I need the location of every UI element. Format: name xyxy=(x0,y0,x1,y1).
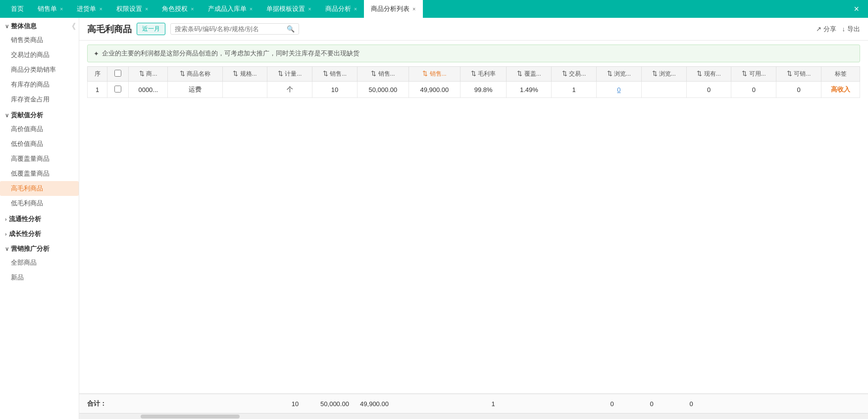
arrow-liquidity: › xyxy=(5,216,7,222)
close-template-tab[interactable]: × xyxy=(308,6,311,12)
export-button[interactable]: ↓ 导出 xyxy=(842,25,861,34)
col-header-spec[interactable]: ⇅ 规格... xyxy=(222,67,267,82)
footer-spacer3 xyxy=(196,400,236,408)
table-row: 1 0000... 运费 个 10 50,000.00 49,900.00 99… xyxy=(88,82,860,98)
bottom-scrollbar[interactable] xyxy=(79,413,868,419)
arrow-contribution: ∨ xyxy=(5,112,9,119)
col-header-stock-available[interactable]: ⇅ 可用... xyxy=(731,67,776,82)
cell-code: 0000... xyxy=(129,82,168,98)
col-sort-qty-icon: ⇅ xyxy=(323,70,328,77)
nav-template[interactable]: 单据模板设置 × xyxy=(259,0,318,18)
col-header-transaction[interactable]: ⇅ 交易... xyxy=(552,67,597,82)
search-icon[interactable]: 🔍 xyxy=(287,25,295,33)
footer-row: 合计： 10 50,000.00 49,900.00 1 0 0 0 xyxy=(79,393,868,413)
col-header-margin[interactable]: ⇅ 毛利率 xyxy=(460,67,507,82)
sidebar-item-all-goods[interactable]: 全部商品 xyxy=(0,255,79,270)
footer-cells: 10 50,000.00 49,900.00 1 0 0 0 xyxy=(117,400,860,408)
close-product-analysis-tab[interactable]: × xyxy=(354,6,357,12)
search-input[interactable] xyxy=(175,25,287,33)
sidebar-group-overall[interactable]: ∨ 整体信息 xyxy=(0,18,79,33)
sidebar-item-category-rate[interactable]: 商品分类助销率 xyxy=(0,62,79,77)
sidebar-item-high-margin[interactable]: 高毛利商品 xyxy=(0,181,79,196)
nav-home[interactable]: 首页 xyxy=(4,0,31,18)
filter-recent-month-button[interactable]: 近一月 xyxy=(137,23,165,35)
col-header-tag: 标签 xyxy=(821,67,860,82)
col-header-coverage[interactable]: ⇅ 覆盖... xyxy=(507,67,552,82)
col-header-sales-profit[interactable]: ⇅ 销售... xyxy=(408,67,460,82)
col-header-sales-amount[interactable]: ⇅ 销售... xyxy=(357,67,408,82)
sidebar-group-marketing[interactable]: ∨ 营销推广分析 xyxy=(0,240,79,255)
col-header-name[interactable]: ⇅ 商品名称 xyxy=(168,67,222,82)
sidebar-group-liquidity[interactable]: › 流通性分析 xyxy=(0,211,79,226)
sidebar-item-low-coverage[interactable]: 低覆盖量商品 xyxy=(0,166,79,181)
nav-product-analysis[interactable]: 商品分析 × xyxy=(318,0,364,18)
footer-margin xyxy=(394,400,434,408)
footer-spacer2 xyxy=(156,400,196,408)
select-all-checkbox[interactable] xyxy=(114,70,121,77)
scrollbar-thumb[interactable] xyxy=(141,415,240,419)
view1-link[interactable]: 0 xyxy=(617,86,620,93)
col-header-check xyxy=(107,67,129,82)
sidebar-group-growth[interactable]: › 成长性分析 xyxy=(0,226,79,240)
close-all-tabs-button[interactable]: × xyxy=(849,4,864,14)
sidebar-item-low-value[interactable]: 低价值商品 xyxy=(0,137,79,151)
col-sort-margin-icon: ⇅ xyxy=(471,70,476,77)
sidebar-collapse-button[interactable]: 《 xyxy=(68,22,76,32)
col-sort-sale-icon: ⇅ xyxy=(787,70,792,77)
footer-view2 xyxy=(553,400,592,408)
col-header-view1[interactable]: ⇅ 浏览... xyxy=(597,67,642,82)
col-header-view2[interactable]: ⇅ 浏览... xyxy=(641,67,686,82)
col-header-stock-current[interactable]: ⇅ 现有... xyxy=(686,67,731,82)
col-sort-stock-icon: ⇅ xyxy=(697,70,702,77)
cell-tag: 高收入 xyxy=(821,82,860,98)
sidebar-item-traded-goods[interactable]: 交易过的商品 xyxy=(0,47,79,62)
sidebar-item-new-goods[interactable]: 新品 xyxy=(0,270,79,285)
sidebar: 《 ∨ 整体信息 销售类商品 交易过的商品 商品分类助销率 有库存的商品 库存资… xyxy=(0,18,79,419)
col-sort-coverage-icon: ⇅ xyxy=(517,70,522,77)
col-header-stock-saleable[interactable]: ⇅ 可销... xyxy=(776,67,821,82)
col-header-unit[interactable]: ⇅ 计量... xyxy=(267,67,312,82)
arrow-marketing: ∨ xyxy=(5,246,9,252)
col-header-code[interactable]: ⇅ 商... xyxy=(129,67,168,82)
table-wrapper[interactable]: 序 ⇅ 商... ⇅ 商品名称 ⇅ 规格... xyxy=(79,66,868,393)
close-roles-tab[interactable]: × xyxy=(191,6,194,12)
data-table: 序 ⇅ 商... ⇅ 商品名称 ⇅ 规格... xyxy=(87,66,860,98)
col-sort-avail-icon: ⇅ xyxy=(742,70,747,77)
sidebar-item-low-margin[interactable]: 低毛利商品 xyxy=(0,196,79,211)
cell-coverage: 1.49% xyxy=(507,82,552,98)
cell-view1[interactable]: 0 xyxy=(597,82,642,98)
nav-permissions[interactable]: 权限设置 × xyxy=(109,0,155,18)
nav-product-entry[interactable]: 产成品入库单 × xyxy=(201,0,259,18)
nav-roles[interactable]: 角色授权 × xyxy=(155,0,201,18)
share-button[interactable]: ↗ 分享 xyxy=(816,25,836,34)
nav-sales[interactable]: 销售单 × xyxy=(31,0,70,18)
cell-margin-rate: 99.8% xyxy=(460,82,507,98)
col-sort-name-icon: ⇅ xyxy=(180,70,185,77)
cell-sales-qty: 10 xyxy=(312,82,357,98)
cell-view2 xyxy=(641,82,686,98)
info-icon: ✦ xyxy=(94,50,99,57)
close-sales-tab[interactable]: × xyxy=(60,6,63,12)
footer-stock-current: 0 xyxy=(592,400,632,408)
row-checkbox[interactable] xyxy=(114,86,121,93)
sidebar-item-stock-goods[interactable]: 有库存的商品 xyxy=(0,77,79,92)
col-sort-tx-icon: ⇅ xyxy=(562,70,567,77)
arrow-growth: › xyxy=(5,231,7,237)
nav-purchase[interactable]: 进货单 × xyxy=(70,0,109,18)
cell-sales-profit: 49,900.00 xyxy=(408,82,460,98)
sidebar-item-stock-capital[interactable]: 库存资金占用 xyxy=(0,92,79,107)
cell-spec xyxy=(222,82,267,98)
sidebar-item-high-coverage[interactable]: 高覆盖量商品 xyxy=(0,151,79,166)
close-product-entry-tab[interactable]: × xyxy=(250,6,253,12)
sidebar-item-high-value[interactable]: 高价值商品 xyxy=(0,122,79,137)
footer-label: 合计： xyxy=(87,399,117,408)
sidebar-group-contribution[interactable]: ∨ 贡献值分析 xyxy=(0,107,79,122)
close-permissions-tab[interactable]: × xyxy=(145,6,148,12)
cell-stock-current: 0 xyxy=(686,82,731,98)
cell-check[interactable] xyxy=(107,82,129,98)
close-purchase-tab[interactable]: × xyxy=(99,6,102,12)
sidebar-item-sales-goods[interactable]: 销售类商品 xyxy=(0,33,79,47)
nav-product-analysis-list[interactable]: 商品分析列表 × xyxy=(364,0,422,18)
col-header-sales-qty[interactable]: ⇅ 销售... xyxy=(312,67,357,82)
close-product-analysis-list-tab[interactable]: × xyxy=(412,6,415,12)
